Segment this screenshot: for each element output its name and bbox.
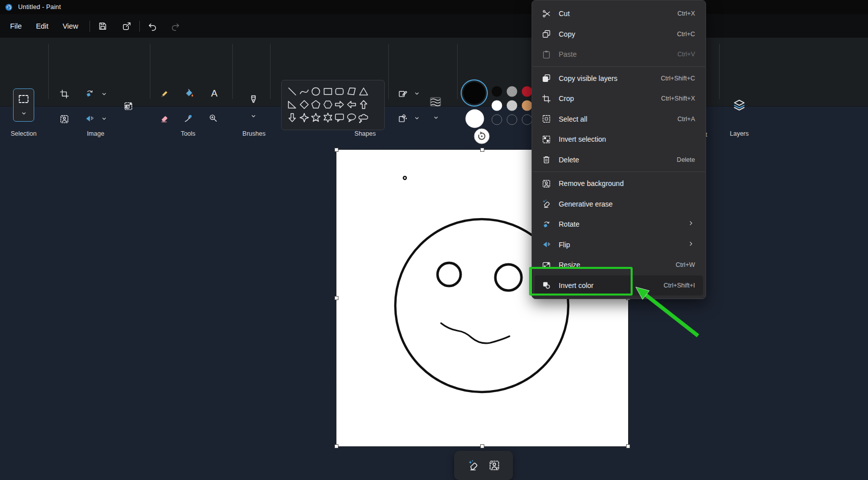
palette-color-empty[interactable] (507, 115, 517, 125)
divider (270, 44, 271, 99)
shortcut-label: Ctrl+W (675, 261, 695, 268)
palette-color[interactable] (522, 86, 533, 97)
selection-handle-w[interactable] (334, 296, 338, 300)
context-menu-item-invert-color[interactable]: Invert colorCtrl+Shift+I (535, 275, 703, 296)
menu-view[interactable]: View (55, 19, 85, 34)
shape-outline-icon[interactable] (398, 88, 408, 98)
shape-line[interactable] (287, 86, 298, 97)
context-menu-separator (533, 171, 705, 172)
shape-speech-oval[interactable] (346, 112, 357, 123)
share-icon[interactable] (118, 18, 135, 34)
selection-handle-s[interactable] (480, 444, 484, 448)
shape-partial-1[interactable] (287, 125, 298, 130)
text-tool-icon[interactable]: A (211, 88, 218, 99)
shape-speech-rectangle[interactable] (334, 112, 345, 123)
shape-hexagon[interactable] (322, 99, 333, 110)
rotate-icon[interactable] (84, 88, 95, 99)
shape-arrow-up[interactable] (358, 99, 369, 110)
selection-handle-sw[interactable] (334, 444, 338, 448)
undo-icon[interactable] (144, 18, 161, 34)
fill-bucket-tool-icon[interactable] (185, 88, 195, 99)
palette-color[interactable] (522, 101, 533, 111)
resize-image-icon[interactable] (123, 101, 133, 111)
generative-erase-icon[interactable] (467, 459, 479, 471)
shape-arrow-down[interactable] (287, 112, 298, 123)
shape-six-point-star[interactable] (322, 112, 333, 123)
stroke-width-icon[interactable] (429, 95, 442, 108)
shape-speech-cloud[interactable] (358, 112, 369, 123)
shape-triangle[interactable] (358, 86, 369, 97)
chevron-down-icon[interactable] (101, 90, 108, 98)
shape-arrow-right[interactable] (334, 99, 345, 110)
selection-handle-nw[interactable] (334, 148, 338, 152)
shortcut-label: Ctrl+Shift+I (663, 282, 695, 289)
context-menu-item-flip[interactable]: Flip (535, 235, 703, 255)
remove-background-icon[interactable] (59, 114, 69, 124)
selection-handle-n[interactable] (480, 148, 484, 152)
magnifier-tool-icon[interactable] (208, 113, 218, 123)
palette-color[interactable] (507, 86, 517, 97)
eraser-tool-icon[interactable] (160, 113, 170, 123)
context-menu-item-copy[interactable]: CopyCtrl+C (535, 24, 703, 45)
chevron-down-icon[interactable] (101, 115, 108, 123)
color2-swatch[interactable] (466, 110, 484, 128)
chevron-down-icon[interactable] (250, 113, 257, 120)
context-menu-item-rotate[interactable]: Rotate (535, 214, 703, 235)
palette-color[interactable] (507, 101, 517, 111)
brush-tool-icon[interactable] (247, 94, 259, 106)
flip-icon[interactable] (84, 114, 95, 124)
shape-rectangle[interactable] (322, 86, 333, 97)
context-menu-item-cut[interactable]: CutCtrl+X (535, 4, 703, 24)
palette-color[interactable] (492, 101, 502, 111)
divider (388, 44, 389, 99)
shape-five-point-star[interactable] (310, 112, 321, 123)
menu-item-label: Select all (559, 115, 665, 123)
shape-rounded-rectangle[interactable] (334, 86, 345, 97)
layers-icon[interactable] (733, 99, 746, 112)
menu-item-label: Invert selection (559, 135, 683, 143)
shape-right-triangle[interactable] (287, 99, 298, 110)
context-menu-item-resize[interactable]: ResizeCtrl+W (535, 255, 703, 275)
chevron-down-icon[interactable] (432, 114, 440, 122)
chevron-down-icon[interactable] (20, 110, 28, 119)
redo-icon (167, 18, 184, 34)
paste-icon (542, 50, 551, 59)
menu-item-label: Crop (559, 94, 649, 103)
generative-erase-icon (542, 199, 551, 209)
menu-edit[interactable]: Edit (29, 19, 55, 34)
shape-quadrilateral[interactable] (346, 86, 357, 97)
chevron-down-icon[interactable] (413, 115, 421, 122)
context-menu-item-select-all[interactable]: Select allCtrl+A (535, 109, 703, 130)
context-menu-item-copy-visible-layers[interactable]: Copy visible layersCtrl+Shift+C (535, 68, 703, 89)
layers-button-label[interactable]: Layers (730, 130, 749, 137)
menu-item-label: Paste (559, 50, 665, 58)
context-menu-item-generative-erase[interactable]: Generative erase (535, 194, 703, 215)
selection-tool-button[interactable] (13, 88, 34, 122)
palette-color-empty[interactable] (492, 115, 502, 125)
shape-fill-icon[interactable] (398, 113, 408, 123)
crop-icon[interactable] (59, 89, 69, 99)
palette-color-empty[interactable] (522, 115, 533, 125)
shape-four-point-star[interactable] (299, 112, 310, 123)
selection-handle-se[interactable] (626, 444, 630, 448)
save-icon[interactable] (94, 18, 111, 34)
shape-arrow-left[interactable] (346, 99, 357, 110)
shape-ellipse[interactable] (310, 86, 321, 97)
remove-background-icon[interactable] (488, 459, 500, 471)
context-menu-item-crop[interactable]: CropCtrl+Shift+X (535, 88, 703, 109)
context-menu-item-delete[interactable]: DeleteDelete (535, 150, 703, 170)
shape-partial-2[interactable] (299, 125, 310, 130)
menu-item-label: Rotate (559, 220, 687, 228)
shape-curve[interactable] (299, 86, 310, 97)
chevron-down-icon[interactable] (413, 90, 421, 98)
color1-swatch[interactable] (463, 82, 485, 104)
shape-diamond[interactable] (299, 99, 310, 110)
eyedropper-tool-icon[interactable] (184, 113, 194, 123)
context-menu-item-remove-background[interactable]: Remove background (535, 173, 703, 194)
pencil-tool-icon[interactable] (159, 89, 169, 99)
palette-color[interactable] (492, 86, 502, 97)
rotate-handle[interactable] (474, 129, 490, 144)
shape-pentagon[interactable] (310, 99, 321, 110)
menu-file[interactable]: File (3, 19, 29, 34)
context-menu-item-invert-selection[interactable]: Invert selection (535, 129, 703, 150)
